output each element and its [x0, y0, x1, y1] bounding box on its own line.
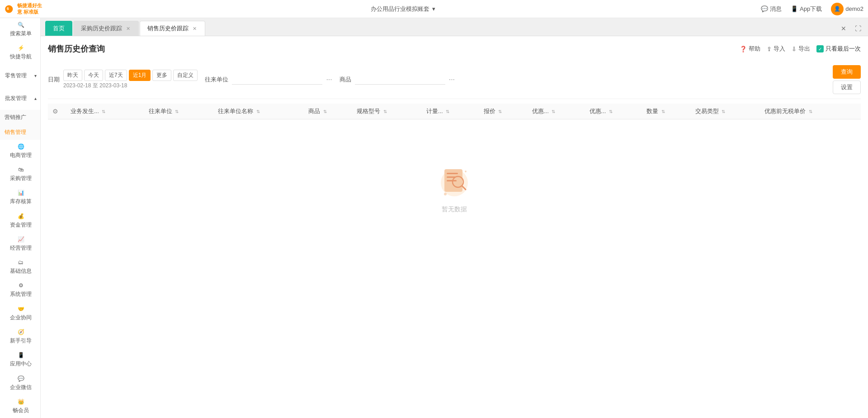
message-button[interactable]: 💬 消息 [761, 5, 782, 13]
th-settings[interactable]: ⚙ [48, 104, 66, 119]
th-discount2[interactable]: 优惠... ⇅ [585, 104, 642, 119]
sidebar-item-wechat[interactable]: 💬 企业微信 [0, 371, 40, 394]
th-partner-name[interactable]: 往来单位名称 ⇅ [213, 104, 304, 119]
inventory-icon: 📊 [18, 190, 24, 196]
th-pre-tax-price[interactable]: 优惠前无税单价 ⇅ [760, 104, 861, 119]
sidebar-item-guide[interactable]: 🧭 新手引导 [0, 325, 40, 348]
tab-sales-history-close[interactable]: ✕ [191, 25, 198, 32]
sort-arrows-quote: ⇅ [498, 109, 502, 114]
goods-filter-input[interactable] [355, 75, 445, 85]
filter-bar: 日期 昨天 今天 近7天 近1月 更多 自定义 2023-02-18 至 202… [48, 61, 861, 99]
th-trade-type[interactable]: 交易类型 ⇅ [691, 104, 760, 119]
app-selector[interactable]: 办公用品行业模拟账套 ▾ [367, 3, 439, 15]
empty-state: 暂无数据 [48, 119, 861, 250]
only-last-checkbox[interactable]: ✓ [816, 45, 824, 52]
tab-purchase-history[interactable]: 采购历史价跟踪 ✕ [73, 21, 139, 36]
sort-arrows-biz-date: ⇅ [102, 109, 105, 114]
import-button[interactable]: ⇪ 导入 [767, 45, 785, 53]
th-spec-label: 规格型号 [357, 108, 380, 114]
sidebar-label-finance: 资金管理 [10, 221, 32, 229]
date-btn-today[interactable]: 今天 [84, 70, 103, 81]
date-btn-last7days[interactable]: 近7天 [105, 70, 127, 81]
tab-purchase-history-close[interactable]: ✕ [125, 25, 131, 32]
th-goods[interactable]: 商品 ⇅ [304, 104, 352, 119]
column-settings-icon[interactable]: ⚙ [52, 108, 58, 115]
sort-arrows-pre-tax-price: ⇅ [809, 109, 812, 114]
th-quantity[interactable]: 数量 ⇅ [642, 104, 690, 119]
sidebar-label-marketing: 营销推广 [5, 114, 26, 120]
sort-arrows-discount2: ⇅ [609, 109, 613, 114]
th-quote[interactable]: 报价 ⇅ [479, 104, 528, 119]
th-spec[interactable]: 规格型号 ⇅ [352, 104, 422, 119]
sidebar-item-system[interactable]: ⚙ 系统管理 [0, 279, 40, 302]
chevron-down-icon: ▾ [432, 5, 435, 12]
th-unit[interactable]: 计量... ⇅ [422, 104, 479, 119]
query-button[interactable]: 查询 [833, 65, 861, 79]
filter-right-actions: 查询 设置 [833, 65, 861, 94]
sidebar-sub-item-marketing[interactable]: 营销推广 [0, 110, 40, 125]
empty-state-cell: 暂无数据 [48, 119, 861, 250]
sort-arrows-trade-type: ⇅ [722, 109, 725, 114]
tab-close-all-button[interactable]: ✕ [838, 23, 849, 34]
sort-arrows-partner-code: ⇅ [175, 109, 179, 114]
only-last-label: 只看最后一次 [826, 45, 861, 53]
date-btn-last1month[interactable]: 近1月 [129, 70, 151, 81]
sidebar-item-basics[interactable]: 🗂 基础信息 [0, 256, 40, 279]
avatar-icon: 👤 [834, 6, 840, 12]
message-label: 消息 [770, 5, 782, 13]
system-icon: ⚙ [19, 282, 24, 289]
date-btn-yesterday[interactable]: 昨天 [63, 70, 82, 81]
settings-button[interactable]: 设置 [833, 81, 861, 94]
sidebar-item-search-menu[interactable]: 🔍 搜索菜单 [0, 18, 40, 41]
sidebar-item-enterprise[interactable]: 🤝 企业协同 [0, 302, 40, 325]
sidebar-item-finance[interactable]: 💰 资金管理 [0, 209, 40, 232]
goods-filter-dots[interactable]: ··· [449, 76, 455, 84]
sidebar-item-wholesale-mgmt[interactable]: 批发管理 ▴ [0, 87, 40, 110]
sidebar-label-operations: 经营管理 [10, 244, 32, 252]
tab-home[interactable]: 首页 [45, 21, 72, 36]
main-layout: 🔍 搜索菜单 ⚡ 快捷导航 零售管理 ▾ 批发管理 ▴ 营销推广 销售管理 🌐 … [0, 18, 868, 418]
sidebar-label-wholesale-mgmt: 批发管理 [5, 95, 27, 102]
ecommerce-icon: 🌐 [18, 143, 24, 150]
partner-filter-group: 往来单位 ··· [205, 75, 332, 85]
purchase-icon: 🛍 [18, 166, 24, 173]
sidebar-item-inventory[interactable]: 📊 库存核算 [0, 186, 40, 209]
th-partner-code[interactable]: 往来单位 ⇅ [144, 104, 214, 119]
sidebar-item-retail-mgmt[interactable]: 零售管理 ▾ [0, 65, 40, 87]
logo-icon: 6 [5, 2, 14, 16]
tab-expand-button[interactable]: ⛶ [853, 23, 863, 34]
date-btn-more[interactable]: 更多 [152, 70, 171, 81]
partner-filter-input[interactable] [232, 75, 322, 85]
export-button[interactable]: ⇩ 导出 [792, 45, 810, 53]
svg-rect-6 [447, 180, 457, 181]
sidebar-sub-item-sales-mgmt[interactable]: 销售管理 [0, 125, 40, 140]
th-discount1[interactable]: 优惠... ⇅ [528, 104, 585, 119]
page-title: 销售历史价查询 [48, 43, 105, 54]
date-options: 昨天 今天 近7天 近1月 更多 自定义 2023-02-18 至 2023-0… [63, 70, 198, 90]
page-content: 销售历史价查询 ❓ 帮助 ⇪ 导入 ⇩ 导出 ✓ [41, 36, 868, 418]
app-center-icon: 📱 [18, 352, 24, 358]
app-download-label: App下载 [800, 5, 822, 13]
tab-home-label: 首页 [53, 24, 65, 33]
app-download-button[interactable]: 📱 App下载 [791, 5, 822, 13]
sidebar-item-member[interactable]: 👑 畅会员 [0, 395, 40, 418]
user-area[interactable]: 👤 demo2 [831, 3, 863, 15]
only-last-checkbox-wrap[interactable]: ✓ 只看最后一次 [816, 45, 861, 53]
th-biz-date[interactable]: 业务发生... ⇅ [66, 104, 144, 119]
sort-arrows-discount1: ⇅ [552, 109, 555, 114]
th-pre-tax-price-label: 优惠前无税单价 [764, 108, 806, 114]
partner-filter-dots[interactable]: ··· [326, 76, 332, 84]
sidebar-item-app-center[interactable]: 📱 应用中心 [0, 348, 40, 371]
date-btn-custom[interactable]: 自定义 [173, 70, 198, 81]
sidebar-item-ecommerce[interactable]: 🌐 电商管理 [0, 140, 40, 163]
tab-sales-history[interactable]: 销售历史价跟踪 ✕ [140, 21, 205, 36]
goods-filter-group: 商品 ··· [340, 75, 455, 85]
sidebar-item-purchase[interactable]: 🛍 采购管理 [0, 163, 40, 186]
tab-sales-history-label: 销售历史价跟踪 [147, 24, 189, 33]
sidebar-label-guide: 新手引导 [10, 337, 32, 345]
sidebar-item-operations[interactable]: 📈 经营管理 [0, 233, 40, 256]
th-discount2-label: 优惠... [590, 108, 606, 114]
logo-text: 畅捷通好生意 标准版 [17, 3, 45, 14]
help-button[interactable]: ❓ 帮助 [740, 45, 760, 53]
sidebar-item-quick-nav[interactable]: ⚡ 快捷导航 [0, 41, 40, 64]
